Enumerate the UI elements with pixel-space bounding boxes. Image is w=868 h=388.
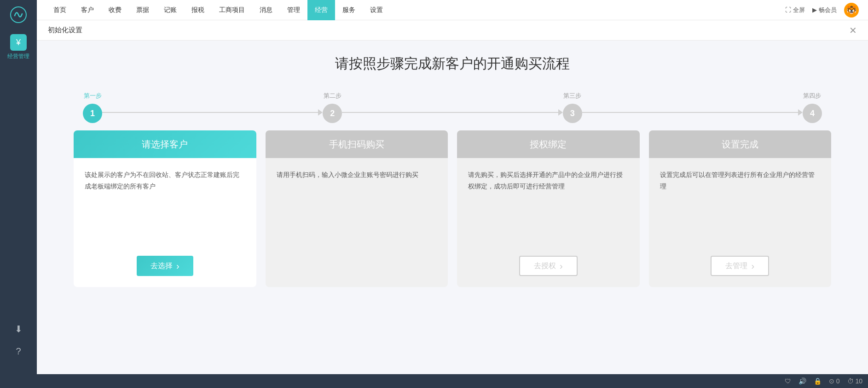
top-nav: 首页 客户 收费 票据 记账 报税 工商项目 消息 管理 经营 服务 设置 ⛶ … (37, 0, 868, 20)
step-1-label: 第一步 (84, 92, 102, 100)
card-4-header: 设置完成 (649, 130, 832, 158)
card-2-footer (266, 276, 448, 287)
step-2-label: 第二步 (324, 92, 341, 100)
go-select-label: 去选择 (150, 261, 173, 271)
page-title: 初始化设置 (48, 26, 82, 35)
card-2-body: 请用手机扫码，输入小微企业主账号密码进行购买 (266, 158, 448, 276)
status-bar: ▶ 完成 🛡 🔊 🔒 ⊙ 0 ⏱ 10 (0, 374, 868, 388)
step-4: 第四步 4 (803, 92, 822, 123)
arrow-1 (318, 109, 323, 116)
step-4-bubble: 4 (803, 104, 822, 123)
sidebar-item-label: 经营管理 (7, 53, 29, 60)
go-select-arrow: › (176, 261, 179, 271)
shield-status-icon[interactable]: 🛡 (785, 377, 791, 385)
arrow-3 (798, 109, 803, 116)
main-content: 初始化设置 ✕ 请按照步骤完成新客户的开通购买流程 第一步 1 第二步 2 (37, 20, 868, 374)
nav-bookkeeping[interactable]: 记账 (156, 0, 184, 20)
yuan-icon: ¥ (10, 34, 27, 51)
card-select-customer: 请选择客户 该处展示的客户为不在回收站、客户状态正常建账后完成老板端绑定的所有客… (74, 130, 256, 287)
card-1-body: 该处展示的客户为不在回收站、客户状态正常建账后完成老板端绑定的所有客户 (74, 158, 256, 256)
step-3: 第三步 3 (563, 92, 582, 123)
step-1-bubble: 1 (83, 104, 102, 123)
card-3-body: 请先购买，购买后选择开通的产品中的企业用户进行授权绑定，成功后即可进行经营管理 (457, 158, 640, 256)
avatar[interactable]: 🐯 (844, 3, 859, 18)
lock-status-icon[interactable]: 🔒 (814, 377, 822, 385)
steps-visual: 第一步 1 第二步 2 第三步 3 (64, 92, 840, 123)
status-bar-right: 🛡 🔊 🔒 ⊙ 0 ⏱ 10 (785, 377, 862, 385)
member-btn[interactable]: ▶ 畅会员 (812, 6, 837, 14)
line-2 (342, 112, 558, 113)
go-manage-label: 去管理 (725, 261, 747, 271)
volume-status-icon[interactable]: 🔊 (799, 377, 806, 385)
line-1 (102, 112, 318, 113)
sidebar: ¥ 经营管理 ⬇ ? (0, 0, 37, 388)
nav-business[interactable]: 工商项目 (212, 0, 252, 20)
card-1-header: 请选择客户 (74, 130, 256, 158)
help-icon[interactable]: ? (9, 342, 28, 360)
fullscreen-btn[interactable]: ⛶ 全屏 (785, 6, 805, 14)
go-manage-arrow: › (751, 261, 754, 271)
card-1-footer: 去选择 › (74, 256, 256, 287)
timer-status: ⏱ 10 (847, 377, 862, 385)
connector-1-2 (102, 109, 323, 116)
close-button[interactable]: ✕ (849, 26, 857, 35)
sidebar-item-management[interactable]: ¥ 经营管理 (0, 29, 37, 65)
go-manage-button[interactable]: 去管理 › (711, 256, 769, 276)
step-3-bubble: 3 (563, 104, 582, 123)
nav-settings[interactable]: 设置 (363, 0, 390, 20)
nav-right: ⛶ 全屏 ▶ 畅会员 🐯 (785, 3, 859, 18)
play-icon: ▶ (812, 6, 817, 13)
card-auth-bind: 授权绑定 请先购买，购买后选择开通的产品中的企业用户进行授权绑定，成功后即可进行… (457, 130, 640, 287)
nav-tax[interactable]: 报税 (184, 0, 212, 20)
card-4-body: 设置完成后可以在管理列表进行所有企业用户的经营管理 (649, 158, 832, 256)
download-icon[interactable]: ⬇ (9, 320, 28, 338)
nav-bill[interactable]: 票据 (129, 0, 156, 20)
card-3-footer: 去授权 › (457, 256, 640, 287)
nav-message[interactable]: 消息 (252, 0, 280, 20)
card-setup-done: 设置完成 设置完成后可以在管理列表进行所有企业用户的经营管理 去管理 › (649, 130, 832, 287)
connector-2-3 (342, 109, 562, 116)
step-2-bubble: 2 (323, 104, 342, 123)
go-auth-button[interactable]: 去授权 › (519, 256, 578, 276)
card-4-footer: 去管理 › (649, 256, 832, 287)
app-logo (7, 5, 30, 25)
content-area: 请按照步骤完成新客户的开通购买流程 第一步 1 第二步 2 (37, 41, 868, 301)
nav-customer[interactable]: 客户 (74, 0, 101, 20)
nav-manage[interactable]: 管理 (280, 0, 307, 20)
fullscreen-icon: ⛶ (785, 6, 791, 13)
go-auth-arrow: › (560, 261, 563, 271)
line-3 (582, 112, 798, 113)
step-1: 第一步 1 (83, 92, 102, 123)
connector-3-4 (582, 109, 803, 116)
nav-operation[interactable]: 经营 (307, 0, 335, 20)
arrow-2 (558, 109, 563, 116)
main-heading: 请按照步骤完成新客户的开通购买流程 (64, 54, 840, 73)
nav-service[interactable]: 服务 (335, 0, 363, 20)
counter-status: ⊙ 0 (829, 377, 840, 385)
go-select-button[interactable]: 去选择 › (137, 256, 193, 276)
card-2-header: 手机扫码购买 (266, 130, 448, 158)
card-scan-buy: 手机扫码购买 请用手机扫码，输入小微企业主账号密码进行购买 (266, 130, 448, 287)
nav-fee[interactable]: 收费 (101, 0, 129, 20)
cards-container: 请选择客户 该处展示的客户为不在回收站、客户状态正常建账后完成老板端绑定的所有客… (64, 130, 840, 287)
nav-home[interactable]: 首页 (46, 0, 74, 20)
page-header: 初始化设置 ✕ (37, 20, 868, 41)
card-3-header: 授权绑定 (457, 130, 640, 158)
sidebar-bottom: ⬇ ? (9, 320, 28, 388)
step-3-label: 第三步 (563, 92, 581, 100)
step-2: 第二步 2 (323, 92, 342, 123)
go-auth-label: 去授权 (534, 261, 556, 271)
step-4-label: 第四步 (803, 92, 821, 100)
